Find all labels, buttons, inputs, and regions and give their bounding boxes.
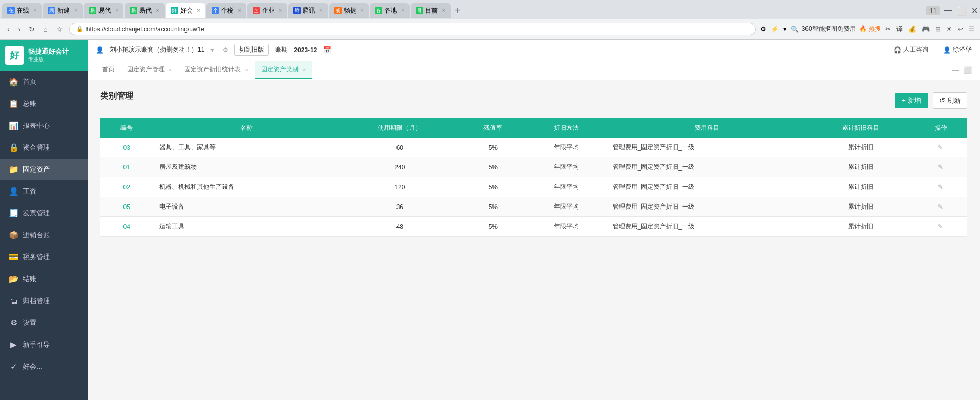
- close-depreciation-stats-tab[interactable]: ×: [245, 67, 248, 73]
- tab-close-gedi[interactable]: ×: [401, 7, 404, 14]
- search-area[interactable]: 🔍 360智能抠图免费用 🔥 热搜: [791, 25, 881, 33]
- sidebar-item-archive[interactable]: 🗂 归档管理: [0, 290, 88, 312]
- browser-tab-online[interactable]: 在 在线 ×: [2, 3, 42, 18]
- sidebar-item-ledger[interactable]: 📋 总账: [0, 93, 88, 115]
- brightness-icon[interactable]: ☀: [946, 25, 952, 33]
- page-tab-depreciation-stats[interactable]: 固定资产折旧统计表 ×: [178, 61, 254, 79]
- cell-code[interactable]: 01: [100, 157, 153, 177]
- cell-action[interactable]: ✎: [914, 217, 967, 237]
- page-tab-asset-category[interactable]: 固定资产类别 ×: [255, 61, 312, 79]
- tab-close-yidai2[interactable]: ×: [156, 7, 159, 14]
- dropdown-arrow-icon[interactable]: ▾: [210, 46, 214, 54]
- sidebar-item-inventory[interactable]: 📦 进销台账: [0, 224, 88, 246]
- page-tab-home[interactable]: 首页: [96, 61, 121, 79]
- support-button[interactable]: 🎧 人工咨询: [894, 45, 928, 54]
- refresh-nav-button[interactable]: ↻: [27, 23, 37, 35]
- close-fixed-asset-mgmt-tab[interactable]: ×: [169, 67, 172, 73]
- logo-icon: 好: [5, 46, 24, 65]
- sidebar-item-settings[interactable]: ⚙ 设置: [0, 312, 88, 334]
- cell-code[interactable]: 05: [100, 197, 153, 217]
- browser-tab-muqian[interactable]: 目 目前 ×: [411, 3, 450, 18]
- back-button[interactable]: ‹: [5, 23, 12, 35]
- cut-icon[interactable]: ✂: [885, 25, 891, 33]
- calendar-icon[interactable]: 📅: [323, 46, 331, 54]
- browser-tab-geshui[interactable]: 个 个税 ×: [206, 3, 246, 18]
- add-category-button[interactable]: + 新增: [895, 93, 928, 108]
- browser-tab-gedi[interactable]: 各 各地 ×: [370, 3, 410, 18]
- game-icon[interactable]: 🎮: [922, 25, 930, 33]
- cell-code[interactable]: 04: [100, 217, 153, 237]
- site-settings-icon[interactable]: ⚙: [760, 25, 766, 33]
- cell-period: 36: [340, 197, 460, 217]
- menu-icon[interactable]: ☰: [969, 25, 975, 33]
- browser-tab-new[interactable]: 新 新建 ×: [43, 3, 82, 18]
- wallet-icon[interactable]: 💰: [908, 25, 916, 33]
- browser-tab-yidai1[interactable]: 易 易代 ×: [84, 3, 123, 18]
- refresh-button[interactable]: ↺ 刷新: [933, 92, 967, 109]
- forward-button[interactable]: ›: [16, 23, 23, 35]
- tab-favicon-qiye: 企: [253, 7, 260, 14]
- app-header: 👤 刘小艳演示账套（勿删勿动！）11 ▾ ⚙ 切到旧版 账期 2023-12 📅…: [88, 40, 980, 60]
- tab-favicon-haohui: 好: [171, 7, 178, 14]
- cell-action[interactable]: ✎: [914, 177, 967, 197]
- grid-icon[interactable]: ⊞: [935, 25, 941, 33]
- tab-close-changjie[interactable]: ×: [361, 7, 364, 14]
- sidebar-item-close[interactable]: 📂 结账: [0, 268, 88, 290]
- browser-tab-tengxun[interactable]: 腾 腾讯 ×: [288, 3, 328, 18]
- browser-tab-qiye[interactable]: 企 企业 ×: [247, 3, 287, 18]
- col-expense-account: 费用科目: [606, 118, 808, 138]
- tab-expand-icon[interactable]: ⬜: [963, 66, 972, 74]
- edit-icon[interactable]: ✎: [938, 163, 944, 171]
- sidebar-item-guide[interactable]: ▶ 新手引导: [0, 334, 88, 356]
- browser-tab-bar: 在 在线 × 新 新建 × 易 易代 × 易 易代 × 好 好会 × 个 个税 …: [0, 0, 980, 19]
- tab-collapse-icon[interactable]: —: [952, 66, 959, 74]
- close-icon[interactable]: ✕: [971, 6, 978, 16]
- tab-close-haohui[interactable]: ×: [197, 7, 200, 14]
- edit-icon[interactable]: ✎: [938, 203, 944, 211]
- home-nav-button[interactable]: ⌂: [41, 23, 49, 35]
- sidebar-item-tax[interactable]: 💳 税务管理: [0, 246, 88, 268]
- sidebar-item-invoices[interactable]: 🧾 发票管理: [0, 202, 88, 224]
- cell-action[interactable]: ✎: [914, 157, 967, 177]
- tab-close-qiye[interactable]: ×: [279, 7, 282, 14]
- settings-small-icon[interactable]: ⚙: [222, 46, 228, 54]
- sidebar-item-fixed-assets[interactable]: 📁 固定资产: [0, 159, 88, 180]
- cell-code[interactable]: 02: [100, 177, 153, 197]
- url-box[interactable]: 🔒 https://cloud.chanjet.com/accounting/u…: [69, 23, 756, 35]
- sidebar-item-other[interactable]: ✓ 好会...: [0, 356, 88, 378]
- tab-close-yidai1[interactable]: ×: [115, 7, 118, 14]
- dropdown-icon[interactable]: ▾: [783, 25, 787, 33]
- edit-icon[interactable]: ✎: [938, 183, 944, 191]
- sidebar-item-payroll[interactable]: 👤 工资: [0, 180, 88, 202]
- tab-close-new[interactable]: ×: [74, 7, 77, 14]
- archive-icon: 🗂: [8, 297, 19, 306]
- search-text: 360智能抠图免费用: [802, 25, 856, 33]
- tab-close-muqian[interactable]: ×: [442, 7, 445, 14]
- tab-close-tengxun[interactable]: ×: [319, 7, 322, 14]
- tab-close-geshui[interactable]: ×: [238, 7, 241, 14]
- edit-icon[interactable]: ✎: [938, 143, 944, 151]
- browser-tab-yidai2[interactable]: 易 易代 ×: [125, 3, 164, 18]
- sidebar-item-reports[interactable]: 📊 报表中心: [0, 115, 88, 137]
- switch-old-version-button[interactable]: 切到旧版: [234, 44, 269, 56]
- star-button[interactable]: ☆: [54, 23, 65, 35]
- browser-tab-changjie[interactable]: 畅 畅捷 ×: [329, 3, 369, 18]
- cell-action[interactable]: ✎: [914, 138, 967, 157]
- cell-code[interactable]: 03: [100, 138, 153, 157]
- browser-tab-haohui[interactable]: 好 好会 ×: [166, 3, 205, 18]
- translate-icon[interactable]: 译: [896, 25, 903, 34]
- cell-action[interactable]: ✎: [914, 197, 967, 217]
- sidebar-item-home[interactable]: 🏠 首页: [0, 71, 88, 93]
- tab-favicon-online: 在: [7, 7, 15, 14]
- minimize-icon[interactable]: —: [944, 6, 952, 15]
- close-asset-category-tab[interactable]: ×: [303, 67, 306, 73]
- undo-icon[interactable]: ↩: [958, 25, 963, 33]
- lightning-icon[interactable]: ⚡: [771, 25, 779, 33]
- page-tab-fixed-asset-mgmt[interactable]: 固定资产管理 ×: [121, 61, 178, 79]
- edit-icon[interactable]: ✎: [938, 223, 944, 231]
- new-tab-button[interactable]: +: [452, 5, 464, 16]
- tab-close-online[interactable]: ×: [33, 7, 36, 14]
- sidebar-item-funds[interactable]: 🔒 资金管理: [0, 137, 88, 159]
- funds-icon: 🔒: [8, 143, 19, 152]
- restore-icon[interactable]: ⬜: [957, 6, 967, 16]
